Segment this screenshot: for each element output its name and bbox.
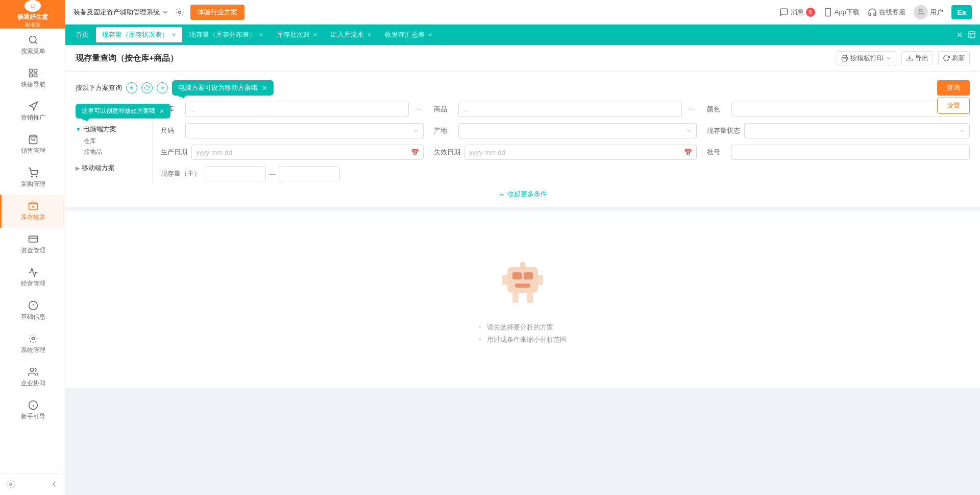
sidebar-label-search: 搜索菜单	[21, 47, 45, 56]
expire-date-placeholder: yyyy-mm-dd	[469, 149, 505, 156]
desktop-scheme-item[interactable]: ▼ 电脑端方案	[76, 123, 152, 136]
settings-icon[interactable]	[6, 480, 15, 489]
prod-date-input[interactable]: yyyy-mm-dd 📅	[191, 145, 424, 160]
tooltip2-close[interactable]: ✕	[159, 108, 164, 115]
message-btn[interactable]: 消息 6	[779, 8, 815, 17]
search-btn-group: 查询 设置	[937, 80, 970, 114]
sidebar-item-inventory[interactable]: 库存核算	[0, 195, 65, 228]
experience-btn[interactable]: 体验行业方案	[190, 5, 244, 20]
size-select[interactable]	[185, 123, 424, 138]
sidebar-item-baseinfo[interactable]: 基础信息	[0, 294, 65, 327]
mobile-scheme-label: 移动端方案	[82, 163, 115, 173]
tab-batch[interactable]: 库存批次账 ✕	[271, 27, 324, 42]
tab-bar-right	[955, 31, 976, 39]
svg-rect-6	[30, 74, 33, 77]
tooltip2-arrow	[84, 119, 90, 122]
settings-gear-icon[interactable]	[175, 8, 184, 17]
expire-date-input[interactable]: yyyy-mm-dd 📅	[464, 145, 697, 160]
app-download-btn[interactable]: App下载	[823, 8, 860, 17]
sidebar-item-purchase[interactable]: 采购管理	[0, 161, 65, 195]
back-scheme-btn[interactable]	[157, 82, 168, 93]
export-label: 导出	[915, 54, 928, 63]
tooltip2: 这里可以创建和修改方案哦 ✕	[76, 104, 170, 119]
collapse-bar[interactable]: 收起更多条件	[76, 185, 970, 203]
tab-inventory-dist[interactable]: 现存量（库存分布表） ✕	[183, 27, 270, 42]
svg-rect-5	[34, 69, 37, 73]
sidebar-item-system[interactable]: 系统管理	[0, 327, 65, 361]
filter-origin: 产地	[434, 123, 697, 138]
sidebar-label-sales: 销售管理	[21, 147, 45, 155]
mobile-scheme-item[interactable]: ▶ 移动端方案	[76, 161, 152, 175]
tooltip-scheme: 电脑方案可设为移动方案哦 ✕	[172, 80, 274, 96]
chevron-up-icon	[498, 191, 505, 198]
filter-size: 尺码	[161, 123, 424, 138]
sidebar-item-sales[interactable]: 销售管理	[0, 128, 65, 161]
tab-inventory-dist-close[interactable]: ✕	[259, 32, 263, 38]
message-icon	[779, 8, 789, 17]
search-btn[interactable]: 查询	[937, 80, 970, 96]
user-label: 用户	[930, 8, 943, 17]
sidebar-label-team: 企业协同	[21, 379, 45, 388]
svg-rect-37	[524, 272, 533, 279]
tab-flow[interactable]: 出入库流水 ✕	[325, 27, 378, 42]
page-title: 现存量查询（按仓库+商品）	[76, 53, 178, 64]
stock-main-from[interactable]	[205, 166, 266, 181]
sidebar-item-team[interactable]: 企业协同	[0, 361, 65, 394]
stock-status-select[interactable]	[744, 123, 970, 138]
svg-point-20	[30, 368, 34, 372]
refresh-btn[interactable]: 刷新	[938, 51, 970, 65]
header-left: 装备及固定资产辅助管理系统 体验行业方案	[74, 5, 244, 20]
batch-input[interactable]	[731, 145, 970, 160]
tab-inventory-status-label: 现存量（库存状况表）	[102, 30, 168, 39]
sidebar-item-search[interactable]: 搜索菜单	[0, 29, 65, 62]
tab-inventory-status[interactable]: 现存量（库存状况表） ✕	[96, 27, 182, 42]
system-name-dropdown[interactable]: 装备及固定资产辅助管理系统	[74, 8, 169, 17]
refresh-scheme-btn[interactable]	[141, 82, 153, 93]
filter-prod-date: 生产日期 yyyy-mm-dd 📅	[161, 145, 424, 160]
add-scheme-btn[interactable]	[126, 82, 137, 93]
empty-tip-2: 用过滤条件来缩小分析范围	[479, 335, 567, 344]
tab-summary[interactable]: 收发存汇总表 ✕	[379, 27, 438, 42]
sidebar: 畅通好生意 标准版 搜索菜单 快捷导航 营销推广 销售管理 采购管理	[0, 0, 65, 495]
goods-input[interactable]: ...	[458, 102, 682, 117]
close-all-tabs-icon[interactable]	[955, 31, 964, 39]
prod-date-placeholder: yyyy-mm-dd	[196, 149, 232, 156]
warehouse-input[interactable]: ...	[185, 102, 409, 117]
online-support-btn[interactable]: 在线客服	[868, 8, 905, 17]
page-title-bar: 现存量查询（按仓库+商品） 按模板打印 导出 刷新	[76, 51, 970, 65]
export-btn[interactable]: 导出	[901, 51, 933, 65]
stock-main-to[interactable]	[279, 166, 340, 181]
maximize-icon[interactable]	[968, 31, 976, 39]
tab-flow-close[interactable]: ✕	[367, 32, 372, 38]
tab-summary-close[interactable]: ✕	[428, 32, 432, 38]
svg-rect-35	[507, 267, 538, 293]
sidebar-item-business[interactable]: 经营管理	[0, 261, 65, 294]
svg-rect-36	[512, 272, 522, 279]
svg-point-23	[179, 11, 181, 13]
tab-inventory-status-close[interactable]: ✕	[172, 32, 176, 38]
expire-date-label: 失效日期	[434, 148, 460, 157]
sidebar-item-marketing[interactable]: 营销推广	[0, 95, 65, 128]
empty-illustration	[492, 252, 553, 315]
user-avatar-btn[interactable]: 用户	[914, 5, 943, 19]
tooltip1-close[interactable]: ✕	[262, 84, 267, 92]
tab-batch-close[interactable]: ✕	[313, 32, 317, 38]
goods-more[interactable]: ···	[686, 105, 697, 114]
expire-date-calendar-icon: 📅	[684, 149, 692, 156]
tab-home[interactable]: 首页	[69, 28, 95, 41]
svg-point-26	[919, 9, 922, 12]
sidebar-label-baseinfo: 基础信息	[21, 313, 45, 321]
collapse-sidebar-icon[interactable]	[50, 480, 59, 489]
print-btn[interactable]: 按模板打印	[837, 51, 896, 65]
sidebar-item-guide[interactable]: 新手引导	[0, 394, 65, 427]
message-badge: 6	[806, 8, 815, 17]
stock-main-sep: —	[269, 170, 276, 178]
sidebar-item-quicknav[interactable]: 快捷导航	[0, 62, 65, 95]
color-select[interactable]	[731, 102, 970, 117]
color-label: 颜色	[707, 105, 727, 114]
sidebar-item-finance[interactable]: 资金管理	[0, 228, 65, 261]
main-content: 装备及固定资产辅助管理系统 体验行业方案 消息 6 App下载 在线客服	[65, 0, 980, 495]
warehouse-more[interactable]: ···	[413, 105, 424, 114]
reset-btn[interactable]: 设置	[937, 98, 970, 114]
origin-select[interactable]	[458, 123, 697, 138]
